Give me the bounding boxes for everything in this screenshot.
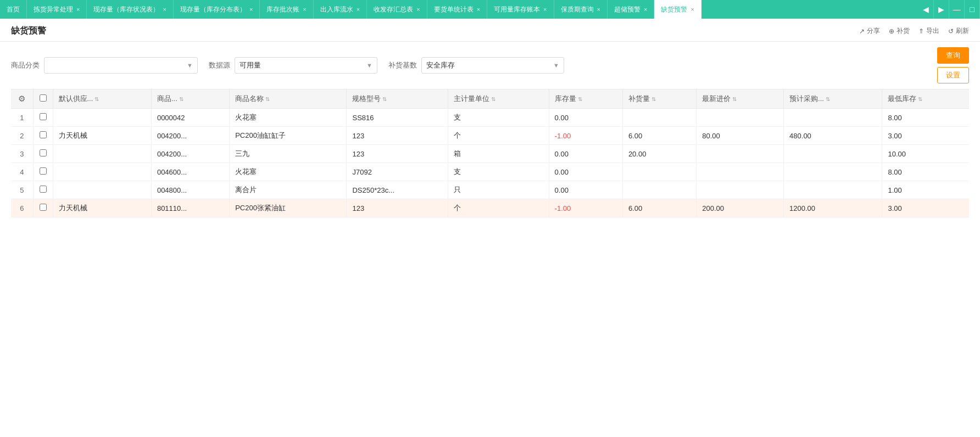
row-stock: 0.00 xyxy=(549,145,622,163)
tab-receive-summary[interactable]: 收发存汇总表 × xyxy=(367,0,427,19)
tab-bar: 首页 拣货异常处理 × 现存量（库存状况表） × 现存量（库存分布表） × 库存… xyxy=(0,0,980,19)
datasource-select[interactable]: 可用量 ▼ xyxy=(235,57,377,74)
col-supplier-header[interactable]: 默认供应... ⇅ xyxy=(53,89,151,109)
table-row: 3 004200... 三九 123 箱 0.00 20.00 10.00 xyxy=(11,145,969,163)
close-icon[interactable]: × xyxy=(249,6,253,13)
sort-estimated-purchase[interactable]: 预计采购... ⇅ xyxy=(789,94,830,104)
col-latest-price-header[interactable]: 最新进价 ⇅ xyxy=(697,89,784,109)
sort-replenish-qty[interactable]: 补货量 ⇅ xyxy=(628,94,656,104)
close-icon[interactable]: × xyxy=(543,6,547,13)
header-actions: ↗ 分享 ⊕ 补货 ⇑ 导出 ↺ 刷新 xyxy=(859,26,969,36)
row-unit: 箱 xyxy=(448,145,549,163)
row-estimated-purchase xyxy=(784,109,882,127)
row-supplier: 力天机械 xyxy=(53,127,151,145)
row-supplier: 力天机械 xyxy=(53,199,151,217)
col-product-code-header[interactable]: 商品... ⇅ xyxy=(151,89,229,109)
row-checkbox[interactable] xyxy=(40,131,47,138)
sort-min-stock[interactable]: 最低库存 ⇅ xyxy=(888,94,922,104)
row-latest-price xyxy=(697,181,784,199)
row-checkbox[interactable] xyxy=(40,167,47,175)
row-number: 1 xyxy=(11,109,33,127)
col-stock-header[interactable]: 库存量 ⇅ xyxy=(549,89,622,109)
row-number: 5 xyxy=(11,181,33,199)
datasource-dropdown-icon: ▼ xyxy=(366,62,372,69)
sort-spec[interactable]: 规格型号 ⇅ xyxy=(352,94,387,104)
close-icon[interactable]: × xyxy=(163,6,166,13)
col-spec-header[interactable]: 规格型号 ⇅ xyxy=(347,89,448,109)
refresh-button[interactable]: ↺ 刷新 xyxy=(948,26,969,36)
category-label: 商品分类 xyxy=(11,60,40,70)
col-replenish-qty-header[interactable]: 补货量 ⇅ xyxy=(622,89,696,109)
category-select[interactable]: ▼ xyxy=(44,57,198,74)
row-replenish-qty: 20.00 xyxy=(622,145,696,163)
close-icon[interactable]: × xyxy=(416,6,420,13)
row-spec: DS250*23c... xyxy=(347,181,448,199)
minimize-button[interactable]: — xyxy=(949,0,965,19)
sort-icon: ⇅ xyxy=(382,96,387,102)
sort-latest-price[interactable]: 最新进价 ⇅ xyxy=(702,94,737,104)
row-checkbox-cell[interactable] xyxy=(33,163,53,181)
row-checkbox-cell[interactable] xyxy=(33,145,53,163)
sort-unit[interactable]: 主计量单位 ⇅ xyxy=(454,94,495,104)
export-button[interactable]: ⇑ 导出 xyxy=(918,26,939,36)
close-icon[interactable]: × xyxy=(76,6,80,13)
sort-icon: ⇅ xyxy=(179,96,183,102)
replenish-basis-label: 补货基数 xyxy=(388,60,417,70)
gear-icon[interactable]: ⚙ xyxy=(18,94,25,103)
table-row: 6 力天机械 801110... PC200张紧油缸 123 个 -1.00 6… xyxy=(11,199,969,217)
row-checkbox-cell[interactable] xyxy=(33,109,53,127)
share-button[interactable]: ↗ 分享 xyxy=(859,26,880,36)
col-estimated-purchase-header[interactable]: 预计采购... ⇅ xyxy=(784,89,882,109)
tab-batch-account[interactable]: 库存批次账 × xyxy=(260,0,313,19)
tab-purchase-stats[interactable]: 要货单统计表 × xyxy=(427,0,487,19)
replenish-button[interactable]: ⊕ 补货 xyxy=(889,26,910,36)
col-unit-header[interactable]: 主计量单位 ⇅ xyxy=(448,89,549,109)
select-all-checkbox[interactable] xyxy=(40,94,47,102)
sort-stock[interactable]: 库存量 ⇅ xyxy=(555,94,582,104)
row-checkbox[interactable] xyxy=(40,204,47,211)
tab-inventory-status[interactable]: 现存量（库存状况表） × xyxy=(87,0,173,19)
table-container: ⚙ 默认供应... ⇅ 商品 xyxy=(0,89,980,217)
tab-inventory-dist[interactable]: 现存量（库存分布表） × xyxy=(174,0,260,19)
col-product-name-header[interactable]: 商品名称 ⇅ xyxy=(230,89,347,109)
maximize-button[interactable]: □ xyxy=(965,0,980,19)
close-icon[interactable]: × xyxy=(691,6,694,13)
sort-product-name[interactable]: 商品名称 ⇅ xyxy=(235,94,270,104)
row-spec: SS816 xyxy=(347,109,448,127)
replenish-basis-select[interactable]: 安全库存 ▼ xyxy=(421,57,564,74)
row-latest-price xyxy=(697,109,784,127)
row-supplier xyxy=(53,145,151,163)
row-checkbox[interactable] xyxy=(40,113,47,120)
close-icon[interactable]: × xyxy=(597,6,600,13)
row-latest-price xyxy=(697,163,784,181)
tab-expiry-query[interactable]: 保质期查询 × xyxy=(554,0,608,19)
close-icon[interactable]: × xyxy=(303,6,306,13)
prev-tab-button[interactable]: ◀ xyxy=(918,0,934,19)
query-button[interactable]: 查询 xyxy=(937,47,969,64)
sort-product-code[interactable]: 商品... ⇅ xyxy=(157,94,183,104)
row-number: 3 xyxy=(11,145,33,163)
row-checkbox-cell[interactable] xyxy=(33,127,53,145)
row-stock: 0.00 xyxy=(549,181,622,199)
tab-shortage[interactable]: 缺货预警 × xyxy=(654,0,701,19)
next-tab-button[interactable]: ▶ xyxy=(934,0,949,19)
row-checkbox-cell[interactable] xyxy=(33,199,53,217)
tab-available-ledger[interactable]: 可用量库存账本 × xyxy=(487,0,554,19)
row-unit: 个 xyxy=(448,199,549,217)
tab-overstock[interactable]: 超储预警 × xyxy=(608,0,654,19)
tab-inout-flow[interactable]: 出入库流水 × xyxy=(314,0,367,19)
row-min-stock: 1.00 xyxy=(882,181,969,199)
settings-button[interactable]: 设置 xyxy=(937,67,969,83)
tab-exception[interactable]: 拣货异常处理 × xyxy=(27,0,87,19)
row-checkbox[interactable] xyxy=(40,186,47,193)
col-settings-header[interactable]: ⚙ xyxy=(11,89,33,109)
tab-home[interactable]: 首页 xyxy=(0,0,27,19)
close-icon[interactable]: × xyxy=(477,6,480,13)
close-icon[interactable]: × xyxy=(644,6,647,13)
col-min-stock-header[interactable]: 最低库存 ⇅ xyxy=(882,89,969,109)
close-icon[interactable]: × xyxy=(357,6,360,13)
row-checkbox-cell[interactable] xyxy=(33,181,53,199)
col-checkbox-header[interactable] xyxy=(33,89,53,109)
row-checkbox[interactable] xyxy=(40,149,47,156)
sort-supplier[interactable]: 默认供应... ⇅ xyxy=(59,94,99,104)
